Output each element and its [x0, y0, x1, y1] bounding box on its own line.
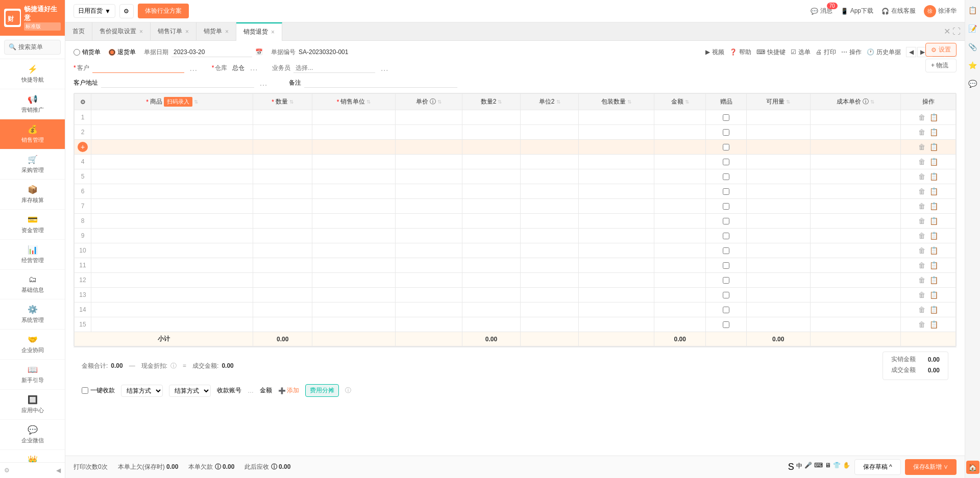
cell-6[interactable] — [579, 214, 654, 229]
cost-price-cell[interactable] — [810, 125, 901, 140]
col-available-sort[interactable]: ⇅ — [786, 99, 790, 105]
sidebar-item-marketing[interactable]: 📢 营销推广 — [0, 89, 65, 119]
copy-row-btn[interactable]: 📋 — [928, 216, 939, 226]
cell-4[interactable] — [462, 184, 520, 199]
cell-10[interactable] — [810, 155, 901, 169]
cell-5[interactable] — [521, 273, 579, 288]
sales-unit-cell[interactable] — [312, 125, 396, 140]
account-lookup-dots[interactable]: … — [248, 387, 254, 394]
cell-6[interactable] — [579, 303, 654, 317]
unit-price-cell[interactable] — [395, 110, 462, 125]
sidebar-item-funds[interactable]: 💳 资金管理 — [0, 210, 65, 240]
gift-cell[interactable] — [706, 110, 747, 125]
cell-7[interactable] — [654, 214, 706, 229]
col-amount-sort[interactable]: ⇅ — [685, 99, 689, 105]
right-panel-icon-1[interactable]: 📋 — [967, 4, 979, 16]
unit-price-cell-active[interactable] — [395, 140, 462, 155]
cell-9[interactable] — [747, 303, 811, 317]
cell-4[interactable] — [462, 155, 520, 169]
cell-7[interactable] — [654, 155, 706, 169]
cell-7[interactable] — [654, 184, 706, 199]
date-input[interactable] — [172, 47, 252, 57]
cell-5[interactable] — [521, 229, 579, 243]
col-pkg-qty-sort[interactable]: ⇅ — [627, 99, 631, 105]
delete-row-btn[interactable]: 🗑 — [917, 260, 926, 270]
gift-cell[interactable] — [706, 288, 747, 303]
cell-9[interactable] — [747, 184, 811, 199]
sales-unit-cell-active[interactable] — [312, 140, 396, 155]
sidebar-item-wechat[interactable]: 💬 企业微信 — [0, 420, 65, 450]
cell-10[interactable] — [810, 199, 901, 214]
cell-3[interactable] — [395, 273, 462, 288]
cell-5[interactable] — [521, 317, 579, 332]
gift-checkbox[interactable] — [723, 277, 729, 284]
delete-row-btn[interactable]: 🗑 — [917, 231, 926, 241]
cell-6[interactable] — [579, 199, 654, 214]
trial-button[interactable]: 体验行业方案 — [138, 4, 189, 18]
settle-method-select[interactable]: 结算方式 — [121, 385, 163, 397]
product-cell[interactable] — [91, 110, 253, 125]
cell-1[interactable] — [253, 273, 312, 288]
cell-9[interactable] — [747, 273, 811, 288]
cell-0[interactable] — [91, 273, 253, 288]
copy-row-btn[interactable]: 📋 — [928, 290, 939, 300]
cell-2[interactable] — [312, 155, 396, 169]
cell-9[interactable] — [747, 288, 811, 303]
cell-7[interactable] — [654, 243, 706, 258]
sidebar-item-operations[interactable]: 📊 经营管理 — [0, 240, 65, 270]
unit2-cell[interactable] — [521, 110, 579, 125]
gift-cell[interactable] — [706, 169, 747, 184]
copy-row-btn[interactable]: 📋 — [928, 305, 939, 315]
tab-price-settings[interactable]: 售价提取设置 × — [92, 22, 151, 41]
cell-0[interactable] — [91, 169, 253, 184]
bottom-icon-1[interactable]: S — [788, 462, 794, 472]
copy-row-btn[interactable]: 📋 — [928, 186, 939, 196]
gift-cell-active[interactable] — [706, 140, 747, 155]
cell-9[interactable] — [747, 169, 811, 184]
video-btn[interactable]: ▶ 视频 — [705, 48, 724, 57]
cell-6[interactable] — [579, 184, 654, 199]
cell-1[interactable] — [253, 155, 312, 169]
col-product-sort[interactable]: ⇅ — [194, 99, 198, 105]
unit2-cell-active[interactable] — [521, 140, 579, 155]
copy-row-btn[interactable]: 📋 — [928, 231, 939, 241]
radio-sales-input[interactable] — [74, 49, 80, 56]
one-click-pay-checkbox[interactable]: 一键收款 — [82, 386, 115, 395]
gift-checkbox[interactable] — [723, 233, 729, 239]
cell-5[interactable] — [521, 155, 579, 169]
cell-7[interactable] — [654, 317, 706, 332]
sidebar-item-basic[interactable]: 🗂 基础信息 — [0, 270, 65, 299]
copy-row-btn[interactable]: 📋 — [928, 319, 939, 330]
cell-0[interactable] — [91, 199, 253, 214]
remark-input[interactable] — [304, 78, 457, 88]
cell-9[interactable] — [747, 243, 811, 258]
cell-7[interactable] — [654, 199, 706, 214]
sidebar-item-purchase[interactable]: 🛒 采购管理 — [0, 149, 65, 180]
right-panel-icon-6[interactable]: 🏠 — [966, 461, 979, 474]
cell-0[interactable] — [91, 214, 253, 229]
online-service-button[interactable]: 🎧 在线客服 — [881, 7, 916, 15]
cell-4[interactable] — [462, 303, 520, 317]
copy-row-btn[interactable]: 📋 — [928, 245, 939, 256]
cell-0[interactable] — [91, 317, 253, 332]
right-panel-icon-5[interactable]: 💬 — [967, 78, 979, 90]
cell-7[interactable] — [654, 288, 706, 303]
cost-price-cell-active[interactable] — [810, 140, 901, 155]
qty2-cell[interactable] — [462, 125, 520, 140]
cell-5[interactable] — [521, 199, 579, 214]
cell-4[interactable] — [462, 243, 520, 258]
cell-9[interactable] — [747, 258, 811, 273]
cell-5[interactable] — [521, 184, 579, 199]
cell-3[interactable] — [395, 199, 462, 214]
save-draft-button[interactable]: 保存草稿 ^ — [854, 459, 901, 475]
delete-row-btn[interactable]: 🗑 — [917, 201, 926, 211]
cell-6[interactable] — [579, 317, 654, 332]
settings-button[interactable]: ⚙ 设置 — [925, 43, 957, 57]
sales-unit-cell[interactable] — [312, 110, 396, 125]
gift-cell[interactable] — [706, 155, 747, 169]
gift-checkbox[interactable] — [723, 188, 729, 195]
cell-1[interactable] — [253, 199, 312, 214]
print-btn[interactable]: 🖨 打印 — [816, 48, 836, 57]
cell-0[interactable] — [91, 155, 253, 169]
cell-4[interactable] — [462, 169, 520, 184]
